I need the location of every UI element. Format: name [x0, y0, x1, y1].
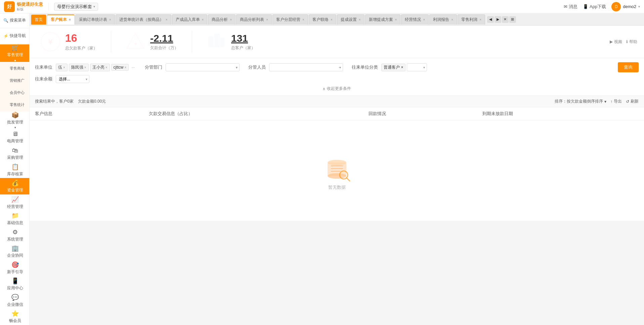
filter-tag-chen[interactable]: 陈民强 ×: [69, 64, 89, 71]
tab-customer-tier[interactable]: 客户分层经营 ×: [272, 14, 308, 25]
close-tag-cjttcw[interactable]: ×: [125, 66, 127, 69]
tab-retail-profit[interactable]: 零售利润 ×: [458, 14, 485, 25]
svg-text:¥: ¥: [48, 38, 53, 46]
result-summary: 搜索结果中，客户0家 欠款金额0.00元: [35, 99, 106, 104]
company-select[interactable]: 母婴行业演示帐套 ▾: [54, 3, 98, 11]
close-product-analysis[interactable]: ×: [230, 18, 232, 22]
purchase-icon: 🛍: [12, 147, 18, 154]
close-customer-ledger[interactable]: ×: [69, 18, 71, 22]
svg-rect-4: [208, 36, 214, 47]
sidebar-item-base[interactable]: 📁 基础信息: [0, 211, 29, 221]
close-profit-report[interactable]: ×: [451, 18, 453, 22]
sidebar-item-ops[interactable]: 📈 经营管理: [0, 194, 29, 211]
dept-select-wrap[interactable]: ▾: [166, 63, 240, 71]
close-add-commission[interactable]: ×: [395, 18, 397, 22]
messages-btn[interactable]: ✉ 消息: [564, 4, 577, 10]
nav-next-arrow[interactable]: ▶: [495, 16, 501, 23]
sidebar-search[interactable]: 🔍 搜索菜单: [0, 13, 29, 27]
close-unit-class-tag[interactable]: ×: [401, 65, 403, 70]
filter-tag-cjttcw[interactable]: cjttcw ×: [111, 64, 129, 71]
sidebar-item-retail-shop[interactable]: 零售商城: [0, 63, 29, 75]
refresh-button[interactable]: ↺ 刷新: [626, 99, 639, 104]
close-biz-situation[interactable]: ×: [423, 18, 425, 22]
col-customer-info: 客户信息: [30, 107, 143, 120]
sidebar-item-purchase[interactable]: 🛍 采购管理: [0, 145, 29, 162]
sidebar-item-batch[interactable]: 📦 批发管理 ▾: [0, 112, 29, 129]
sidebar-quick-nav[interactable]: ⚡ 快捷导航: [0, 29, 29, 43]
close-customer-contact[interactable]: ×: [331, 18, 333, 22]
export-button[interactable]: ↑ 导出: [610, 99, 622, 104]
app-name: 畅捷通好生意: [17, 2, 43, 7]
unit-class-tag[interactable]: 普通客户 ×: [381, 64, 405, 71]
nav-close-all[interactable]: ✕: [502, 16, 509, 23]
help-icon: ℹ: [626, 39, 628, 44]
tab-product-analysis-list[interactable]: 商品分析列表 ×: [236, 14, 272, 25]
sidebar-item-finance[interactable]: 💰 资金管理: [0, 178, 29, 194]
tab-purchase-order-stat[interactable]: 采购订单统计表 ×: [75, 14, 115, 25]
batch-expand-arrow: ▾: [14, 126, 16, 129]
filter-area: 往来单位 伍 × 陈民强 × 王小亮 × cjttcw × ···: [30, 58, 644, 96]
sort-button[interactable]: 排序：按欠款金额倒序排序 ▾: [555, 99, 606, 104]
video-help-btn[interactable]: ▶ 视频: [610, 39, 622, 45]
filter-tag-wu[interactable]: 伍 ×: [56, 64, 68, 71]
svg-text:✦: ✦: [133, 41, 138, 47]
close-tag-chen[interactable]: ×: [84, 66, 86, 69]
sidebar-item-retail[interactable]: 🛒 零售管理 ▲: [0, 44, 29, 62]
retail-expand-arrow: ▲: [14, 59, 17, 62]
filter-row-unit: 往来单位 伍 × 陈民强 × 王小亮 × cjttcw × ···: [35, 62, 639, 72]
sidebar-item-retail-stat[interactable]: 零售统计: [0, 99, 29, 111]
filter-more-tags[interactable]: ···: [130, 64, 136, 70]
svg-point-9: [328, 173, 346, 179]
empty-state-icon: [320, 151, 354, 184]
nav-expand[interactable]: ⊞: [509, 16, 516, 23]
close-retail-profit[interactable]: ×: [479, 18, 481, 22]
tab-biz-situation[interactable]: 经营情况 ×: [401, 14, 429, 25]
balance-select-wrap[interactable]: 选择...: [56, 75, 89, 83]
nav-prev-arrow[interactable]: ◀: [487, 16, 494, 23]
close-tag-wang[interactable]: ×: [105, 66, 108, 69]
sidebar-item-member[interactable]: 会员中心: [0, 87, 29, 99]
close-customer-tier[interactable]: ×: [302, 18, 304, 22]
tab-commission-setting[interactable]: 提成设置 ×: [337, 14, 364, 25]
query-button[interactable]: 查询: [618, 62, 639, 72]
result-row: 搜索结果中，客户0家 欠款金额0.00元 排序：按欠款金额倒序排序 ▾ ↑ 导出…: [30, 96, 644, 107]
balance-select[interactable]: 选择...: [56, 75, 89, 83]
top-bar: 好 畅捷通好生意 标版 母婴行业演示帐套 ▾ ✉ 消息 📱 App下载 D de…: [0, 0, 644, 13]
people-input[interactable]: [269, 63, 343, 71]
close-product-inbound[interactable]: ×: [202, 18, 204, 22]
sidebar-item-ecom[interactable]: 🖥 电商管理: [0, 129, 29, 146]
table-empty-row: 暂无数据: [30, 120, 644, 221]
tab-customer-ledger[interactable]: 客户账本 ×: [47, 14, 75, 25]
unit-class-dropdown[interactable]: [407, 63, 427, 71]
tab-inbound-stat[interactable]: 进货单统计表（按商品） ×: [116, 14, 171, 25]
base-icon: 📁: [11, 212, 19, 219]
stat-info-total-customers: 131 总客户（家）: [231, 33, 255, 51]
tab-add-commission[interactable]: 新增提成方案 ×: [365, 14, 401, 25]
app-edition: 标版: [17, 7, 43, 11]
unit-class-label: 往来单位分类: [352, 64, 378, 70]
tab-home[interactable]: 首页: [31, 14, 46, 25]
sidebar-item-inventory[interactable]: 📋 库存核算: [0, 162, 29, 178]
unit-class-select[interactable]: [407, 63, 427, 71]
stat-label-debt-customers: 总欠款客户（家）: [65, 45, 97, 51]
help-btn[interactable]: ℹ 帮助: [626, 39, 637, 45]
tab-profit-report[interactable]: 利润报告 ×: [429, 14, 457, 25]
close-product-analysis-list[interactable]: ×: [266, 18, 268, 22]
tab-customer-contact[interactable]: 客户联络 ×: [309, 14, 336, 25]
filter-tag-wang[interactable]: 王小亮 ×: [90, 64, 110, 71]
close-tag-wu[interactable]: ×: [63, 66, 65, 69]
sidebar-item-marketing[interactable]: 营销推广: [0, 75, 29, 87]
close-commission-setting[interactable]: ×: [359, 18, 361, 22]
tab-product-analysis[interactable]: 商品分析 ×: [208, 14, 235, 25]
collapse-more-btn[interactable]: ∧ 收起更多条件: [35, 86, 639, 92]
tab-product-inbound[interactable]: 产成品入库单 ×: [172, 14, 208, 25]
ops-icon: 📈: [11, 196, 19, 203]
close-inbound-stat[interactable]: ×: [166, 18, 168, 22]
username: demo2: [623, 4, 636, 9]
app-download-btn[interactable]: 📱 App下载: [583, 4, 606, 10]
user-menu[interactable]: D demo2 ▾: [611, 2, 640, 11]
close-purchase-order-stat[interactable]: ×: [109, 18, 111, 22]
dept-input[interactable]: [166, 63, 240, 71]
col-overdue-date: 到期未放款日期: [477, 107, 644, 120]
stat-info-debt-total: -2.11 欠款合计（万）: [150, 33, 178, 51]
